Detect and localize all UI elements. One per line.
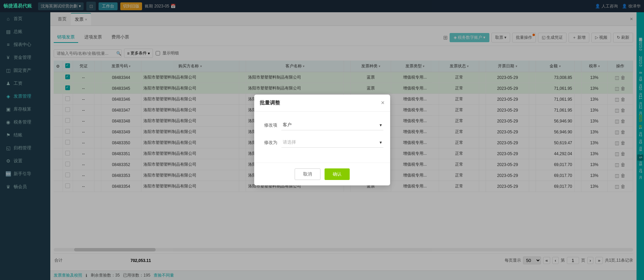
modify-item-label: 修改项 <box>261 122 281 128</box>
modify-to-label: 修改为 <box>261 139 281 146</box>
modify-to-select[interactable]: 请选择 ▾ <box>281 137 383 148</box>
modify-item-select[interactable]: 客户 ▾ <box>281 120 383 130</box>
modify-item-dropdown-icon: ▾ <box>380 122 382 128</box>
modal-overlay: 批量调整 × 修改项 客户 ▾ 修改为 请选择 ▾ 取消 确认 <box>0 0 644 280</box>
batch-adjust-modal: 批量调整 × 修改项 客户 ▾ 修改为 请选择 ▾ 取消 确认 <box>254 95 390 185</box>
modify-to-dropdown-icon: ▾ <box>380 140 382 145</box>
modal-header: 批量调整 × <box>254 95 390 112</box>
modal-close-btn[interactable]: × <box>381 99 385 106</box>
modify-item-row: 修改项 客户 ▾ <box>261 120 383 130</box>
modal-title: 批量调整 <box>260 100 280 106</box>
modal-body: 修改项 客户 ▾ 修改为 请选择 ▾ <box>254 112 390 163</box>
modify-item-value: 客户 <box>283 122 292 128</box>
modify-to-row: 修改为 请选择 ▾ <box>261 137 383 148</box>
modal-footer: 取消 确认 <box>254 163 390 185</box>
modify-to-placeholder: 请选择 <box>283 139 296 145</box>
modal-cancel-btn[interactable]: 取消 <box>295 168 320 180</box>
modal-confirm-btn[interactable]: 确认 <box>325 168 350 180</box>
